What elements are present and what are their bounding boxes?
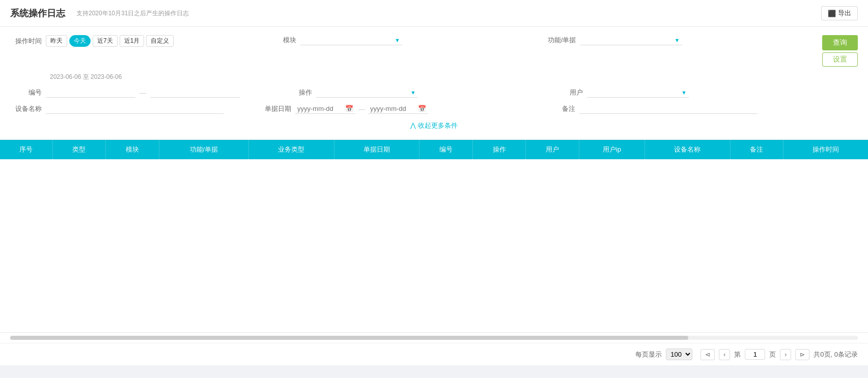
page-label: 第: [734, 350, 741, 359]
export-button[interactable]: ⬛ 导出: [821, 6, 858, 20]
settings-button[interactable]: 设置: [822, 52, 858, 67]
date-dash: —: [358, 105, 365, 113]
doc-date-label: 单据日期: [265, 104, 295, 113]
col-device: 设备名称: [645, 140, 730, 159]
scrollbar-area: [0, 332, 868, 343]
scrollbar-thumb[interactable]: [10, 336, 688, 340]
first-page-button[interactable]: ⊲: [701, 349, 715, 360]
module-label: 模块: [265, 36, 300, 45]
user-select-wrapper: ▼: [587, 88, 689, 98]
user-label: 用户: [551, 88, 587, 97]
op-select[interactable]: [316, 88, 418, 98]
no-input-from[interactable]: [46, 88, 135, 98]
doc-date-to-input[interactable]: [370, 105, 416, 112]
filter-area: 操作时间 昨天 今天 近7天 近1月 自定义 模块 ▼: [0, 27, 868, 140]
calendar-icon-to[interactable]: 📅: [418, 105, 426, 112]
page-header: 系统操作日志 支持2020年10月31日之后产生的操作日志 ⬛ 导出: [0, 0, 868, 27]
device-label: 设备名称: [10, 104, 46, 113]
date-range-text: 2023-06-06 至 2023-06-06: [50, 73, 122, 80]
module-select[interactable]: [300, 35, 402, 45]
doc-date-from-wrapper: 📅: [295, 104, 355, 114]
remark-label: 备注: [544, 104, 579, 113]
func-select[interactable]: [580, 35, 682, 45]
pagination-bar: 每页显示 100 50 200 ⊲ ‹ 第 1 页 › ⊳ 共0页, 0条记录: [0, 343, 868, 365]
col-module: 模块: [106, 140, 159, 159]
page-title: 系统操作日志: [10, 7, 65, 19]
no-dash: —: [139, 89, 146, 97]
col-op: 操作: [472, 140, 525, 159]
last-page-button[interactable]: ⊳: [795, 349, 809, 360]
query-button[interactable]: 查询: [822, 35, 858, 50]
yesterday-btn[interactable]: 昨天: [46, 35, 67, 47]
doc-date-to-wrapper: 📅: [368, 104, 428, 114]
horizontal-scrollbar[interactable]: [10, 336, 858, 340]
page-subtitle: 支持2020年10月31日之后产生的操作日志: [76, 9, 189, 18]
col-code: 编号: [419, 140, 472, 159]
col-op-time: 操作时间: [783, 140, 868, 159]
collapse-bar[interactable]: ⋀ 收起更多条件: [10, 118, 858, 135]
calendar-icon-from[interactable]: 📅: [345, 105, 353, 112]
col-user: 用户: [526, 140, 579, 159]
col-type: 类型: [52, 140, 105, 159]
export-label: 导出: [838, 9, 851, 18]
func-select-wrapper: ▼: [580, 35, 682, 45]
page-number-input[interactable]: 1: [745, 349, 765, 360]
per-page-label: 每页显示: [635, 350, 662, 359]
last7-btn[interactable]: 近7天: [93, 35, 118, 47]
remark-input[interactable]: [579, 104, 758, 114]
op-time-label: 操作时间: [10, 37, 46, 46]
collapse-icon: ⋀: [410, 122, 416, 129]
page-unit: 页: [769, 350, 776, 359]
total-info: 共0页, 0条记录: [814, 350, 858, 359]
user-select[interactable]: [587, 88, 689, 98]
col-user-ip: 用户ip: [579, 140, 645, 159]
today-btn[interactable]: 今天: [69, 35, 91, 47]
collapse-label: 收起更多条件: [418, 122, 458, 129]
data-table: 序号 类型 模块 功能/单据 业务类型 单据日期 编号 操作 用户 用户ip 设…: [0, 140, 868, 159]
col-doc-date: 单据日期: [334, 140, 419, 159]
op-label: 操作: [281, 88, 316, 97]
table-container: 序号 类型 模块 功能/单据 业务类型 单据日期 编号 操作 用户 用户ip 设…: [0, 140, 868, 159]
page-size-select[interactable]: 100 50 200: [666, 348, 692, 360]
custom-btn[interactable]: 自定义: [146, 35, 174, 47]
empty-area: [0, 159, 868, 332]
op-select-wrapper: ▼: [316, 88, 418, 98]
col-func: 功能/单据: [159, 140, 248, 159]
no-input-to[interactable]: [150, 88, 240, 98]
no-label: 编号: [10, 88, 46, 97]
export-icon: ⬛: [828, 10, 836, 17]
doc-date-from-input[interactable]: [297, 105, 343, 112]
time-filter-buttons: 昨天 今天 近7天 近1月 自定义: [46, 35, 174, 47]
func-label: 功能/单据: [545, 36, 580, 45]
next-page-button[interactable]: ›: [780, 349, 791, 360]
col-biz-type: 业务类型: [249, 140, 334, 159]
table-header-row: 序号 类型 模块 功能/单据 业务类型 单据日期 编号 操作 用户 用户ip 设…: [0, 140, 868, 159]
last1m-btn[interactable]: 近1月: [120, 35, 145, 47]
col-no: 序号: [0, 140, 52, 159]
module-select-wrapper: ▼: [300, 35, 402, 45]
prev-page-button[interactable]: ‹: [719, 349, 730, 360]
device-input[interactable]: [46, 104, 224, 114]
col-remark: 备注: [730, 140, 783, 159]
